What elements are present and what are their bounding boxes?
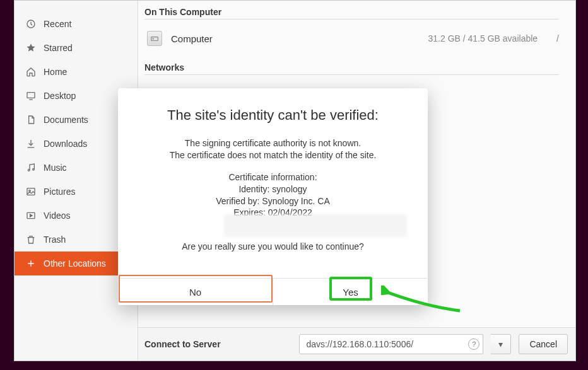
chevron-down-icon: ▾	[498, 339, 503, 349]
svg-point-5	[29, 190, 31, 192]
desktop-icon	[26, 91, 36, 101]
clock-icon	[26, 19, 36, 29]
cert-verified-by: Verified by: Synology Inc. CA	[216, 196, 330, 206]
svg-rect-1	[27, 93, 35, 98]
connect-label: Connect to Server	[144, 339, 221, 349]
dialog-confirm: Are you really sure you would like to co…	[182, 241, 364, 251]
computer-name: Computer	[171, 33, 213, 44]
connect-to-server-bar: Connect to Server ? ▾ Cancel	[138, 327, 575, 361]
dialog-text: The signing certificate authority is not…	[136, 137, 410, 253]
svg-point-8	[153, 38, 153, 39]
svg-point-3	[33, 168, 35, 170]
sidebar-item-label: Music	[44, 163, 67, 173]
sidebar-item-home[interactable]: Home	[15, 60, 138, 84]
sidebar-item-recent[interactable]: Recent	[15, 12, 138, 36]
sidebar-item-starred[interactable]: Starred	[15, 36, 138, 60]
cert-identity: Identity: synology	[238, 184, 307, 194]
sidebar-item-label: Pictures	[44, 187, 76, 197]
sidebar-item-label: Other Locations	[44, 258, 106, 269]
dialog-body: The site's identity can't be verified: T…	[118, 88, 428, 278]
cert-fingerprint: Fingerprint (SHA	[240, 219, 305, 229]
computer-size: 31.2 GB / 41.5 GB available	[428, 33, 538, 43]
history-dropdown-button[interactable]: ▾	[491, 334, 511, 354]
documents-icon	[26, 115, 36, 125]
section-on-this-computer: On This Computer	[144, 7, 559, 17]
svg-rect-7	[151, 37, 158, 41]
computer-row[interactable]: Computer 31.2 GB / 41.5 GB available /	[144, 26, 559, 51]
cancel-button[interactable]: Cancel	[519, 334, 568, 354]
help-icon[interactable]: ?	[468, 338, 479, 350]
sidebar-item-label: Starred	[44, 43, 73, 53]
downloads-icon	[26, 139, 36, 149]
sidebar-item-label: Videos	[44, 211, 71, 221]
svg-point-2	[28, 170, 30, 171]
server-address-input[interactable]	[299, 334, 483, 354]
yes-button[interactable]: Yes	[273, 279, 428, 305]
section-networks: Networks	[144, 62, 559, 72]
dialog-line: The signing certificate authority is not…	[185, 138, 361, 148]
server-address-wrap: ?	[299, 334, 483, 354]
sidebar-item-label: Downloads	[44, 139, 87, 149]
cert-header: Certificate information:	[228, 172, 317, 182]
dialog-line: The certificate does not match the ident…	[170, 150, 377, 160]
sidebar-item-label: Desktop	[44, 91, 76, 101]
dialog-buttons: No Yes	[118, 278, 428, 305]
section-rule	[144, 19, 559, 20]
section-rule	[144, 74, 559, 75]
pictures-icon	[26, 187, 36, 197]
star-icon	[26, 43, 36, 53]
sidebar-item-label: Trash	[44, 234, 66, 245]
no-button[interactable]: No	[118, 279, 273, 305]
certificate-warning-dialog: The site's identity can't be verified: T…	[118, 88, 428, 305]
trash-icon	[26, 234, 36, 245]
music-icon	[26, 163, 36, 173]
cert-expires: Expires: 02/04/2022	[233, 207, 312, 217]
videos-icon	[26, 211, 36, 221]
computer-mount: /	[556, 33, 559, 43]
home-icon	[26, 67, 36, 77]
sidebar-item-label: Home	[44, 67, 67, 77]
plus-icon	[26, 258, 36, 269]
sidebar-item-label: Recent	[44, 19, 71, 29]
sidebar-item-label: Documents	[44, 115, 88, 125]
dialog-title: The site's identity can't be verified:	[136, 107, 410, 124]
disk-icon	[147, 31, 162, 46]
